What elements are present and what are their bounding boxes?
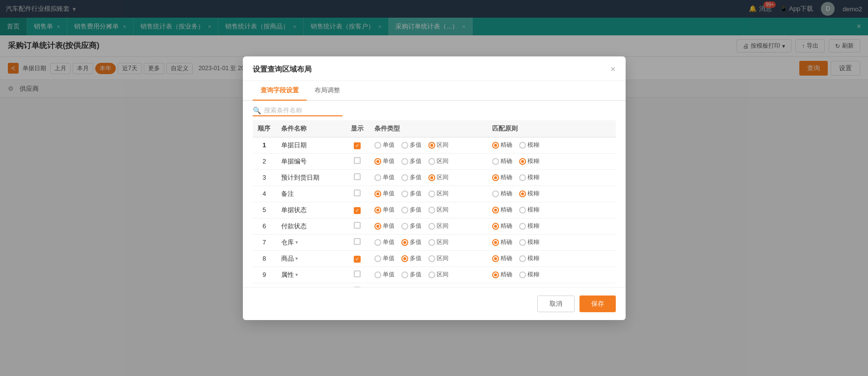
- modal-overlay: 设置查询区域布局 × 查询字段设置 布局调整 🔍 顺序: [0, 0, 868, 98]
- settings-dialog: 设置查询区域布局 × 查询字段设置 布局调整 🔍 顺序: [243, 56, 626, 98]
- dialog-title: 设置查询区域布局: [253, 65, 312, 80]
- dialog-close-btn[interactable]: ×: [610, 64, 616, 81]
- dialog-tabs: 查询字段设置 布局调整: [243, 81, 626, 98]
- dialog-tab-layout[interactable]: 布局调整: [307, 81, 348, 98]
- dialog-header: 设置查询区域布局 ×: [243, 56, 626, 81]
- dialog-tab-fields[interactable]: 查询字段设置: [253, 81, 307, 98]
